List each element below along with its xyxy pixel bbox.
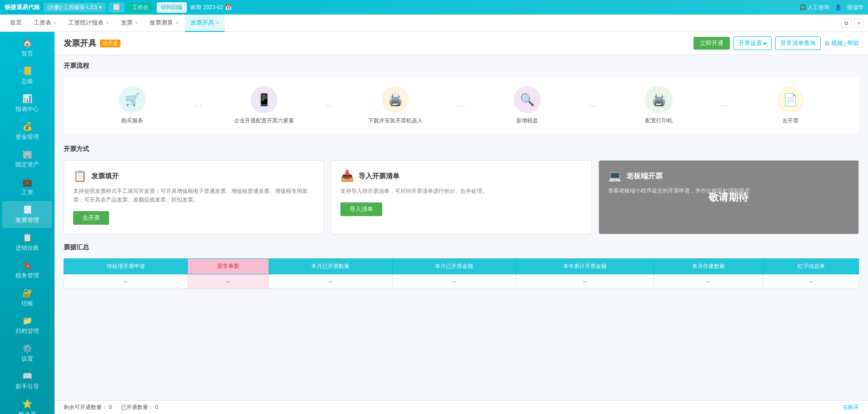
sidebar-item-closing[interactable]: 🔐 结账: [2, 284, 52, 311]
sidebar-funds-label: 资金管理: [15, 133, 39, 141]
tab-actions: ⧉ ×: [841, 19, 863, 28]
tab-invoice-issue-close[interactable]: ×: [216, 20, 219, 25]
sidebar-item-tax[interactable]: 🔖 税务管理: [2, 257, 52, 283]
tab-close-button[interactable]: ×: [854, 19, 863, 28]
flow-arrow-4: ⋯: [587, 101, 599, 111]
sidebar: 🏠 首页 📒 总账 📊 报表中心 💰 资金管理 🏢 固定资产 💼 工资 🧾 发票…: [0, 32, 55, 414]
import-header: 📥 导入开票清单: [340, 170, 582, 182]
separator: |: [844, 40, 846, 47]
sidebar-settings-label: 设置: [21, 355, 33, 363]
import-list-button[interactable]: 导入清单: [340, 202, 382, 216]
payroll-icon: 💼: [22, 177, 32, 187]
tab-home[interactable]: 首页: [5, 15, 27, 32]
sidebar-item-member[interactable]: ⭐ 畅会员: [2, 395, 52, 414]
sidebar-item-archive[interactable]: 📁 归档管理: [2, 312, 52, 339]
switch-old-button[interactable]: 切到旧版: [157, 2, 187, 13]
import-icon: 📥: [340, 170, 354, 182]
user-name[interactable]: 徐溢华: [847, 4, 863, 11]
cell-yearly-amount: --: [516, 274, 653, 289]
buy-service-label: 购买服务: [121, 117, 143, 125]
tab-invoice-calc-close[interactable]: ×: [175, 20, 178, 25]
tab-invoice-label: 发票: [121, 19, 133, 27]
sidebar-payroll-label: 工资: [21, 188, 33, 197]
col-red-info: 红字信息单: [763, 259, 859, 274]
flow-step-download-robot[interactable]: 🖨️ 下载并安装开票机器人: [336, 86, 455, 125]
sidebar-archive-label: 归档管理: [15, 327, 39, 335]
open-settings-button[interactable]: 开票设置 ▾: [733, 36, 772, 50]
col-pending: 待处理开票申请: [64, 259, 188, 274]
col-monthly-count: 本月已开票数量: [269, 259, 392, 274]
sidebar-item-assets[interactable]: 🏢 固定资产: [2, 146, 52, 172]
sidebar-item-invoice[interactable]: 🧾 发票管理: [2, 201, 52, 228]
flow-arrow-2: ⋯: [323, 101, 336, 111]
sidebar-item-settings[interactable]: ⚙️ 设置: [2, 340, 52, 367]
flow-step-enterprise-config[interactable]: 📱 企业开通配置开票六要素: [205, 86, 324, 125]
open-now-button[interactable]: 立即开通: [693, 37, 730, 50]
col-yearly-amount: 本年累计开票金额: [516, 259, 653, 274]
flow-step-buy-service[interactable]: 🛒 购买服务: [73, 86, 192, 125]
sidebar-item-purchase[interactable]: 📋 进销台账: [2, 229, 52, 256]
company-selector[interactable]: (勿删) 江西服室-LSS ▾: [44, 3, 105, 12]
sidebar-item-home[interactable]: 🏠 首页: [2, 35, 52, 61]
buy-service-icon: 🛒: [119, 86, 146, 113]
closing-icon: 🔐: [22, 288, 32, 298]
cell-red-info: --: [763, 274, 859, 289]
assets-icon: 🏢: [22, 149, 32, 159]
settings-dropdown-icon: ▾: [763, 40, 767, 47]
workbench-button[interactable]: 工作台: [128, 3, 153, 12]
tab-restore-button[interactable]: ⧉: [841, 19, 852, 28]
buy-link[interactable]: 去购买: [843, 404, 859, 411]
tab-payroll[interactable]: 工资表 ×: [28, 15, 62, 32]
download-robot-label: 下载并安装开票机器人: [368, 117, 423, 125]
tab-payroll-report[interactable]: 工资统计报表 ×: [63, 15, 114, 32]
sidebar-member-label: 畅会员: [19, 410, 36, 414]
boss-icon: 💻: [608, 170, 622, 182]
manual-title: 发票填开: [91, 172, 119, 181]
tab-payroll-report-close[interactable]: ×: [106, 20, 109, 25]
period-calendar-icon[interactable]: 📅: [225, 4, 232, 10]
support-link[interactable]: 🎧 人工咨询: [799, 4, 829, 11]
sidebar-closing-label: 结账: [21, 299, 33, 308]
sidebar-item-payroll[interactable]: 💼 工资: [2, 173, 52, 200]
reports-icon: 📊: [22, 94, 32, 104]
period-display: 账期 2023-02 📅: [190, 4, 232, 11]
tab-payroll-close[interactable]: ×: [54, 20, 56, 25]
sidebar-item-ledger[interactable]: 📒 总账: [2, 62, 52, 89]
flow-step-config-printer[interactable]: 🖨️ 配置打印机: [599, 86, 718, 125]
tab-invoice-calc[interactable]: 发票测算 ×: [144, 15, 184, 32]
nav-tabs: 首页 工资表 × 工资统计报表 × 发票 × 发票测算 × 发票开具 × ⧉ ×: [0, 15, 868, 32]
tab-invoice-close[interactable]: ×: [135, 20, 138, 25]
col-monthly-amount: 本月已开票金额: [392, 259, 516, 274]
flow-step-issue-invoice[interactable]: 📄 去开票: [731, 86, 850, 125]
video-icon: ⚙: [824, 40, 830, 47]
config-printer-label: 配置打印机: [645, 117, 673, 125]
user-avatar: 👤: [835, 4, 842, 10]
ledger-icon: 📒: [22, 66, 32, 76]
abnormal-query-button[interactable]: 异常清单查询: [775, 36, 821, 50]
open-settings-label: 开票设置: [738, 39, 762, 47]
copy-button[interactable]: ⬜: [109, 3, 124, 12]
tab-payroll-label: 工资表: [34, 19, 51, 27]
methods-section-title: 开票方式: [64, 145, 859, 153]
remaining-label: 剩余可开通数量： 0: [64, 404, 112, 411]
sidebar-item-reports[interactable]: 📊 报表中心: [2, 90, 52, 117]
summary-section: 票据汇总 待处理开票申请 异常单票 本月已开票数量 本月已开票金额 本年累计开票…: [64, 243, 859, 289]
video-help-button[interactable]: ⚙ 视频 | 帮助: [824, 39, 859, 47]
manual-issue-button[interactable]: 去开票: [73, 211, 109, 225]
flow-arrow-3: ⋯: [455, 101, 468, 111]
flow-step-add-taxbox[interactable]: 🔍 新增税盘: [468, 86, 587, 125]
member-icon: ⭐: [22, 399, 32, 409]
sidebar-item-guide[interactable]: 📖 新手引导: [2, 368, 52, 394]
sidebar-reports-label: 报表中心: [15, 105, 39, 113]
boss-header: 💻 老板端开票: [608, 170, 849, 182]
tab-home-label: 首页: [10, 19, 22, 27]
page-actions: 立即开通 开票设置 ▾ 异常清单查询 ⚙ 视频 | 帮助: [693, 36, 859, 50]
sidebar-ledger-label: 总账: [21, 77, 33, 86]
import-title: 导入开票清单: [359, 172, 399, 181]
download-robot-icon: 🖨️: [382, 86, 409, 113]
tab-payroll-report-label: 工资统计报表: [68, 19, 104, 27]
manual-desc: 支持按照发票样式手工填写开发票；可开具增值税电子普通发票、增值税普通发票、增值税…: [73, 187, 314, 204]
sidebar-item-funds[interactable]: 💰 资金管理: [2, 118, 52, 145]
tab-invoice[interactable]: 发票 ×: [115, 15, 143, 32]
tab-invoice-issue[interactable]: 发票开具 ×: [185, 15, 224, 32]
